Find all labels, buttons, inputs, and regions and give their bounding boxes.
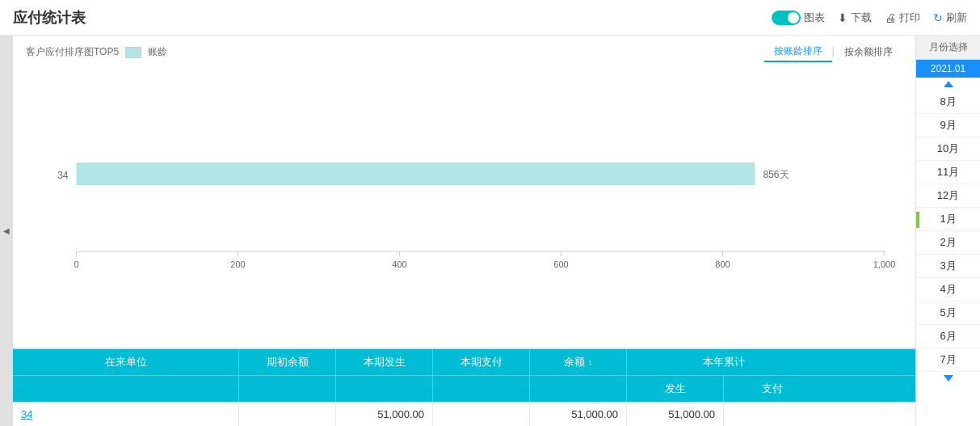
refresh-button[interactable]: ↻ 刷新 (933, 11, 967, 25)
td-balance: 51,000.00 (530, 403, 627, 426)
svg-text:0: 0 (74, 259, 78, 269)
sidebar-month-5[interactable]: 5月 (916, 302, 980, 325)
chart-controls: 客户应付排序图TOP5 账龄 按账龄排序 | 按余额排序 (13, 36, 915, 65)
th-balance: 余额 ↕ (530, 349, 627, 375)
svg-text:600: 600 (553, 259, 568, 269)
legend-text: 客户应付排序图TOP5 (26, 45, 119, 59)
print-icon: 🖨 (885, 11, 896, 24)
td-opening-balance (239, 403, 336, 426)
th-sub-ytd-occurrence: 发生 (627, 376, 724, 402)
balance-sort-icon[interactable]: ↕ (588, 358, 592, 367)
table-header-row2: 发生 支付 (13, 375, 915, 402)
sidebar-month-7[interactable]: 7月 (916, 348, 980, 372)
td-unit: 34 (13, 403, 239, 426)
table-row: 34 51,000.00 51,000.00 51,00 (13, 402, 915, 426)
header-actions: 图表 ⬇ 下载 🖨 打印 ↻ 刷新 (772, 11, 967, 25)
download-label: 下载 (851, 11, 872, 25)
th-unit: 在来单位 (13, 349, 239, 375)
td-current-payment (433, 403, 530, 426)
chart-toggle-item[interactable]: 图表 (772, 11, 825, 25)
sidebar-up-button[interactable] (916, 78, 980, 91)
sidebar-current-year: 2021.01 (916, 60, 980, 78)
print-button[interactable]: 🖨 打印 (885, 11, 920, 25)
print-label: 打印 (899, 11, 920, 25)
th-opening-balance: 期初余额 (239, 349, 336, 375)
chart-table-section: 客户应付排序图TOP5 账龄 按账龄排序 | 按余额排序 34 (13, 36, 915, 426)
chart-legend: 客户应付排序图TOP5 账龄 (26, 45, 167, 59)
legend-box (125, 47, 141, 58)
chevron-up-icon (944, 81, 953, 87)
svg-text:200: 200 (230, 259, 245, 269)
sidebar-down-button[interactable] (916, 372, 980, 385)
th-sub-current-pay (433, 376, 530, 402)
svg-text:856天: 856天 (763, 169, 789, 180)
sidebar-month-1[interactable]: 1月 (916, 208, 980, 231)
chevron-down-icon (944, 375, 953, 382)
refresh-icon: ↻ (933, 11, 943, 24)
td-current-occurrence: 51,000.00 (336, 403, 433, 426)
unit-link[interactable]: 34 (21, 408, 32, 420)
svg-text:800: 800 (715, 259, 730, 269)
sidebar-month-6[interactable]: 6月 (916, 325, 980, 348)
legend-box-label: 账龄 (148, 45, 167, 59)
th-current-occurrence: 本期发生 (336, 349, 433, 375)
sort-by-account-button[interactable]: 按账龄排序 (764, 42, 832, 62)
chart-sort-buttons: 按账龄排序 | 按余额排序 (764, 42, 902, 62)
table-header-row1: 在来单位 期初余额 本期发生 本期支付 余额 ↕ (13, 349, 915, 375)
bar-chart: 34 856天 0 200 (26, 65, 902, 292)
th-current-payment: 本期支付 (433, 349, 530, 375)
sidebar-month-12[interactable]: 12月 (916, 184, 980, 208)
bar-item (77, 162, 755, 185)
svg-text:400: 400 (392, 259, 406, 269)
sidebar-month-2[interactable]: 2月 (916, 231, 980, 255)
chart-toggle-switch[interactable] (772, 11, 801, 25)
th-ytd: 本年累计 (627, 349, 821, 375)
sidebar-month-4[interactable]: 4月 (916, 278, 980, 302)
sidebar-month-11[interactable]: 11月 (916, 161, 980, 184)
th-sub-balance (530, 376, 627, 402)
th-sub-unit (13, 376, 239, 402)
th-sub-opening (239, 376, 336, 402)
refresh-label: 刷新 (946, 11, 967, 25)
chart-area: 34 856天 0 200 (13, 65, 915, 348)
page-title: 应付统计表 (13, 8, 86, 27)
th-sub-current-occ (336, 376, 433, 402)
td-ytd-payment (724, 403, 821, 426)
sort-by-balance-button[interactable]: 按余额排序 (835, 42, 902, 62)
download-icon: ⬇ (838, 11, 848, 24)
svg-text:34: 34 (57, 170, 69, 181)
sidebar-month-9[interactable]: 9月 (916, 114, 980, 137)
table-section: 在来单位 期初余额 本期发生 本期支付 余额 ↕ (13, 348, 915, 426)
app-header: 应付统计表 图表 ⬇ 下载 🖨 打印 ↻ 刷新 (0, 0, 980, 36)
svg-text:1,000: 1,000 (873, 259, 896, 269)
sidebar-month-10[interactable]: 10月 (916, 137, 980, 161)
expand-sidebar-button[interactable]: ◀ (0, 36, 13, 426)
main-area: ◀ 客户应付排序图TOP5 账龄 按账龄排序 | 按余额排序 (0, 36, 980, 426)
year-marker-2023: 2023 (915, 212, 919, 228)
sidebar-month-3[interactable]: 3月 (916, 255, 980, 278)
chart-label: 图表 (804, 11, 825, 25)
download-button[interactable]: ⬇ 下载 (838, 11, 872, 25)
sidebar-month-8[interactable]: 8月 (916, 91, 980, 114)
td-ytd-occurrence: 51,000.00 (627, 403, 724, 426)
expand-icon: ◀ (2, 226, 11, 235)
sidebar-month-header: 月份选择 (916, 36, 980, 60)
right-sidebar: 月份选择 2021.01 8月 9月 10月 11月 12月 (915, 36, 980, 426)
th-sub-ytd-payment: 支付 (724, 376, 821, 402)
